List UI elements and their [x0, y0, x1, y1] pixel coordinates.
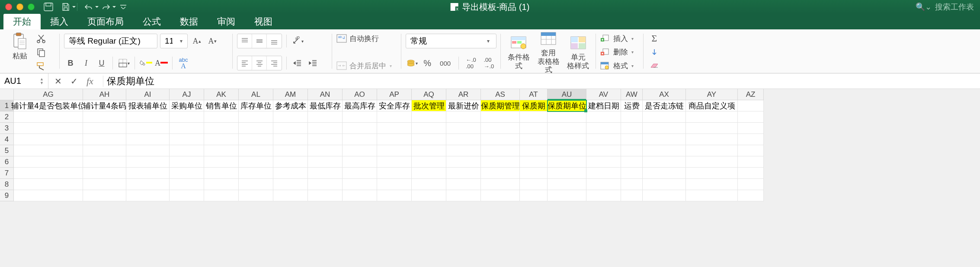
cell-AN1[interactable]: 最低库存	[308, 100, 343, 111]
confirm-edit-button[interactable]: ✓	[70, 76, 78, 86]
cell-AG7[interactable]	[14, 168, 83, 179]
cell-AP7[interactable]	[377, 168, 412, 179]
cell-AO6[interactable]	[343, 156, 377, 168]
cell-AR7[interactable]	[446, 168, 481, 179]
number-format-dropdown[interactable]: ▾	[406, 34, 496, 48]
close-window-button[interactable]	[5, 3, 12, 10]
cell-AP2[interactable]	[377, 111, 412, 123]
cell-AI9[interactable]	[126, 190, 170, 201]
cell-AM7[interactable]	[273, 168, 308, 179]
cell-AH4[interactable]	[83, 134, 126, 145]
align-bottom-button[interactable]	[267, 34, 282, 48]
accounting-button[interactable]: ▾	[406, 57, 418, 70]
cell-AT6[interactable]	[520, 156, 548, 168]
cell-AZ7[interactable]	[738, 168, 764, 179]
cell-AR4[interactable]	[446, 134, 481, 145]
minimize-window-button[interactable]	[16, 3, 23, 10]
cell-AP5[interactable]	[377, 145, 412, 156]
cell-AT7[interactable]	[520, 168, 548, 179]
row-header-7[interactable]: 7	[0, 168, 14, 179]
cell-AS1[interactable]: 保质期管理	[481, 100, 520, 111]
cell-AY2[interactable]	[686, 111, 738, 123]
decrease-decimal-button[interactable]: .00→.0	[481, 57, 496, 70]
autosave-icon[interactable]	[42, 2, 54, 12]
cell-AM2[interactable]	[273, 111, 308, 123]
column-header-AW[interactable]: AW	[621, 89, 643, 100]
tab-page-layout[interactable]: 页面布局	[78, 14, 133, 29]
column-header-AY[interactable]: AY	[686, 89, 738, 100]
cell-AI7[interactable]	[126, 168, 170, 179]
cell-AQ5[interactable]	[412, 145, 446, 156]
cell-AV5[interactable]	[586, 145, 621, 156]
cell-AP9[interactable]	[377, 190, 412, 201]
format-cells-button[interactable]: 格式▾	[600, 59, 639, 72]
align-left-button[interactable]	[237, 56, 252, 70]
zoom-window-button[interactable]	[28, 3, 35, 10]
cell-AJ7[interactable]	[170, 168, 204, 179]
wrap-text-button[interactable]: ab 自动换行	[336, 32, 397, 45]
tab-data[interactable]: 数据	[170, 14, 208, 29]
cell-AN9[interactable]	[308, 190, 343, 201]
cell-AQ3[interactable]	[412, 123, 446, 134]
cell-AU6[interactable]	[548, 156, 586, 168]
cell-AT4[interactable]	[520, 134, 548, 145]
cell-AY1[interactable]: 商品自定义项	[686, 100, 738, 111]
cell-AX8[interactable]	[643, 179, 686, 190]
cell-AX2[interactable]	[643, 111, 686, 123]
cell-AV9[interactable]	[586, 190, 621, 201]
cell-AI2[interactable]	[126, 111, 170, 123]
cell-AV7[interactable]	[586, 168, 621, 179]
cell-AY4[interactable]	[686, 134, 738, 145]
font-name-input[interactable]	[64, 36, 176, 46]
cell-AZ1[interactable]	[738, 100, 764, 111]
cell-AN6[interactable]	[308, 156, 343, 168]
cell-AV3[interactable]	[586, 123, 621, 134]
cell-AK6[interactable]	[204, 156, 239, 168]
tab-home[interactable]: 开始	[3, 14, 41, 29]
row-header-3[interactable]: 3	[0, 123, 14, 134]
cell-AW7[interactable]	[621, 168, 643, 179]
cell-AL1[interactable]: 库存单位	[239, 100, 273, 111]
decrease-indent-button[interactable]	[291, 57, 304, 70]
cell-AW5[interactable]	[621, 145, 643, 156]
cell-AJ8[interactable]	[170, 179, 204, 190]
column-header-AX[interactable]: AX	[643, 89, 686, 100]
italic-button[interactable]: I	[80, 57, 93, 70]
cell-AJ5[interactable]	[170, 145, 204, 156]
cell-AW1[interactable]: 运费	[621, 100, 643, 111]
format-as-table-button[interactable]: 套用 表格格式	[535, 32, 562, 74]
cell-AL7[interactable]	[239, 168, 273, 179]
cell-AS7[interactable]	[481, 168, 520, 179]
cell-AX1[interactable]: 是否走冻链	[643, 100, 686, 111]
cell-AZ8[interactable]	[738, 179, 764, 190]
cell-AH1[interactable]: 辅计量4条码	[83, 100, 126, 111]
column-header-AO[interactable]: AO	[343, 89, 377, 100]
cell-AR5[interactable]	[446, 145, 481, 156]
cell-AS9[interactable]	[481, 190, 520, 201]
cell-AQ4[interactable]	[412, 134, 446, 145]
customize-qat-button[interactable]	[117, 2, 129, 12]
cell-AT3[interactable]	[520, 123, 548, 134]
cell-AU1[interactable]: 保质期单位	[548, 100, 586, 111]
fill-color-button[interactable]	[139, 57, 152, 70]
cell-AG3[interactable]	[14, 123, 83, 134]
clear-button[interactable]	[648, 59, 661, 72]
column-header-AU[interactable]: AU	[548, 89, 586, 100]
number-format-input[interactable]	[406, 36, 484, 46]
cell-AO5[interactable]	[343, 145, 377, 156]
cell-AR8[interactable]	[446, 179, 481, 190]
column-header-AT[interactable]: AT	[520, 89, 548, 100]
cell-AL5[interactable]	[239, 145, 273, 156]
cell-AM6[interactable]	[273, 156, 308, 168]
cell-AK3[interactable]	[204, 123, 239, 134]
font-name-dropdown[interactable]: ▾	[64, 34, 157, 48]
cell-AU8[interactable]	[548, 179, 586, 190]
cell-AI5[interactable]	[126, 145, 170, 156]
increase-indent-button[interactable]	[307, 57, 320, 70]
cell-AY8[interactable]	[686, 179, 738, 190]
align-right-button[interactable]	[267, 56, 282, 70]
cell-AM8[interactable]	[273, 179, 308, 190]
name-box[interactable]: AU1 ▲▼	[0, 73, 48, 89]
fx-icon[interactable]: fx	[86, 76, 93, 87]
column-header-AM[interactable]: AM	[273, 89, 308, 100]
